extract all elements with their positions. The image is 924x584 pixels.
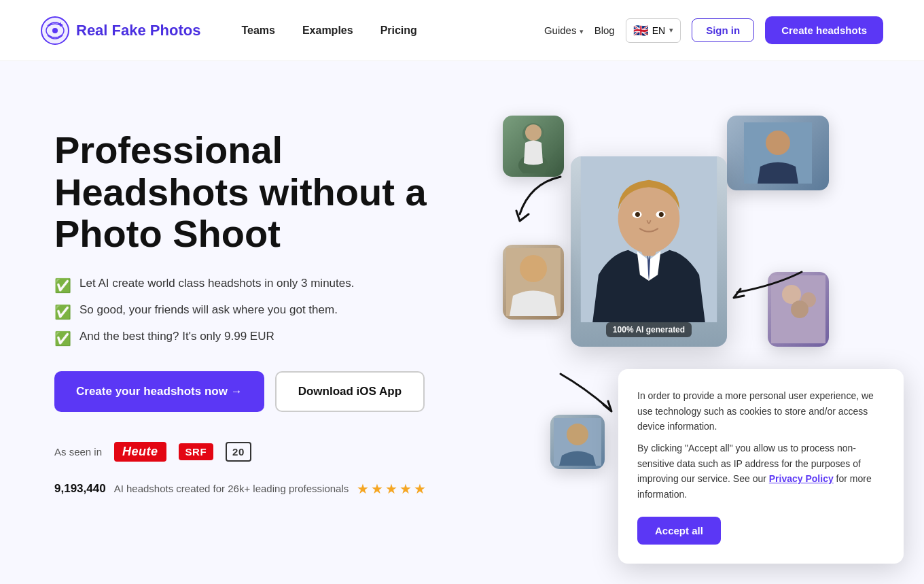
thumbnail-bottom-left xyxy=(503,245,564,320)
nav-guides[interactable]: Guides ▾ xyxy=(544,24,584,36)
svg-point-7 xyxy=(766,131,790,155)
language-selector[interactable]: 🇬🇧 EN ▾ xyxy=(626,18,681,43)
svg-point-2 xyxy=(52,28,58,33)
hero-title: Professional Headshots without a Photo S… xyxy=(54,129,462,255)
nav-links: Teams Examples Pricing xyxy=(241,24,416,37)
cookie-text-2: By clicking "Accept all" you allow us to… xyxy=(637,441,885,502)
navbar: Real Fake Photos Teams Examples Pricing … xyxy=(0,0,924,61)
hero-cta-secondary[interactable]: Download iOS App xyxy=(275,371,425,412)
main-photo-face: 100% AI generated xyxy=(571,156,727,347)
nav-pricing[interactable]: Pricing xyxy=(380,24,417,36)
star-2: ★ xyxy=(371,481,383,497)
seen-in-label: As seen in xyxy=(54,446,102,458)
nav-examples[interactable]: Examples xyxy=(302,24,353,36)
logo-link[interactable]: Real Fake Photos xyxy=(41,16,200,45)
accept-all-button[interactable]: Accept all xyxy=(637,517,721,538)
ai-badge: 100% AI generated xyxy=(606,322,692,337)
check-icon-3: ✅ xyxy=(54,330,71,347)
feature-text-1: Let AI create world class headshots in o… xyxy=(79,277,354,290)
main-photo: 100% AI generated xyxy=(571,156,727,347)
thumbnail-top-left xyxy=(503,116,564,177)
logo-icon xyxy=(41,16,69,45)
create-headshots-button[interactable]: Create headshots xyxy=(765,16,883,44)
cookie-text-1: In order to provide a more personal user… xyxy=(637,388,885,434)
svg-point-5 xyxy=(525,124,541,141)
hero-left: Professional Headshots without a Photo S… xyxy=(54,116,462,497)
check-icon-1: ✅ xyxy=(54,277,71,294)
stats-row: 9,193,440 AI headshots created for 26k+ … xyxy=(54,481,462,497)
nav-blog[interactable]: Blog xyxy=(594,24,615,36)
nav-teams[interactable]: Teams xyxy=(241,24,275,36)
person-icon-bl xyxy=(503,245,564,320)
person-icon-bottom xyxy=(550,415,605,469)
star-3: ★ xyxy=(385,481,397,497)
cookie-banner: In order to provide a more personal user… xyxy=(618,369,904,538)
guides-dropdown-arrow: ▾ xyxy=(580,27,584,35)
media-badge-20: 20 xyxy=(226,442,251,462)
thumbnail-bottom-center xyxy=(550,415,605,469)
seen-in-row: As seen in Heute SRF 20 xyxy=(54,442,462,462)
hero-cta-primary[interactable]: Create your headshots now → xyxy=(54,371,264,412)
svg-point-20 xyxy=(791,300,808,318)
person-icon-tr xyxy=(727,116,829,190)
feature-item-3: ✅ And the best thing? It's only 9.99 EUR xyxy=(54,330,462,347)
star-5: ★ xyxy=(414,481,426,497)
check-icon-2: ✅ xyxy=(54,304,71,320)
stats-number: 9,193,440 xyxy=(54,482,106,496)
media-badge-srf: SRF xyxy=(179,443,214,460)
person-icon-br xyxy=(768,272,829,347)
signin-button[interactable]: Sign in xyxy=(692,18,754,42)
svg-point-22 xyxy=(567,424,588,445)
privacy-policy-link[interactable]: Privacy Policy xyxy=(769,473,834,484)
svg-point-16 xyxy=(520,255,547,282)
person-icon-tl xyxy=(503,116,564,177)
feature-item-1: ✅ Let AI create world class headshots in… xyxy=(54,277,462,294)
svg-point-13 xyxy=(635,212,640,217)
thumbnail-bottom-right xyxy=(768,272,829,347)
media-badge-heute: Heute xyxy=(114,442,166,462)
logo-text: Real Fake Photos xyxy=(76,22,200,39)
hero-cta-row: Create your headshots now → Download iOS… xyxy=(54,371,462,412)
star-1: ★ xyxy=(357,481,369,497)
lang-dropdown-arrow: ▾ xyxy=(669,26,673,35)
flag-icon: 🇬🇧 xyxy=(633,23,648,38)
lang-code: EN xyxy=(652,25,665,36)
stars-row: ★ ★ ★ ★ ★ xyxy=(357,481,426,497)
stats-text: AI headshots created for 26k+ leading pr… xyxy=(114,483,349,494)
thumbnail-top-right xyxy=(727,116,829,190)
feature-text-2: So good, your friends will ask where you… xyxy=(79,303,338,317)
feature-item-2: ✅ So good, your friends will ask where y… xyxy=(54,303,462,320)
feature-text-3: And the best thing? It's only 9.99 EUR xyxy=(79,330,274,343)
nav-right: Guides ▾ Blog 🇬🇧 EN ▾ Sign in Create hea… xyxy=(544,16,883,44)
hero-features: ✅ Let AI create world class headshots in… xyxy=(54,277,462,347)
star-4: ★ xyxy=(399,481,412,497)
svg-point-14 xyxy=(659,212,664,217)
